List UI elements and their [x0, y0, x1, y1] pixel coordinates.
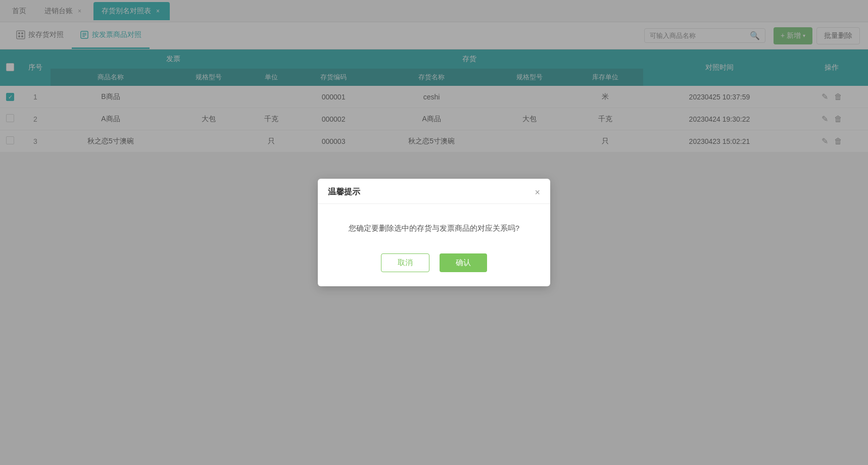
dialog-overlay: 温馨提示 × 您确定要删除选中的存货与发票商品的对应关系吗? 取消 确认 — [0, 0, 868, 152]
